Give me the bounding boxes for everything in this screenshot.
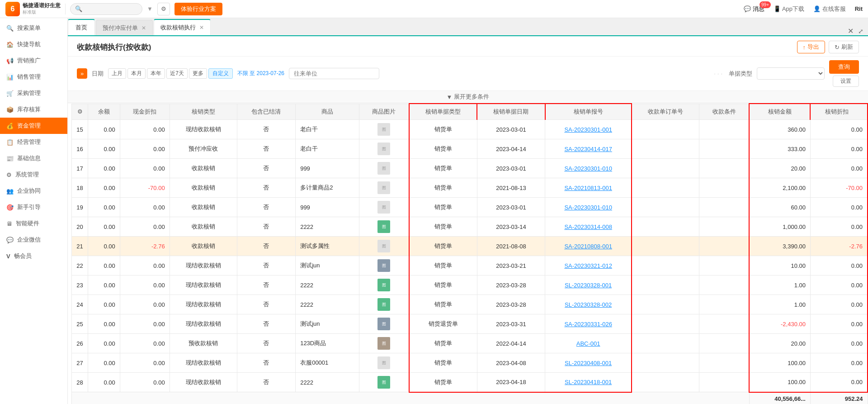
cell-writeoff-bill-type: 销货单 xyxy=(409,353,477,373)
cell-writeoff-bill-no[interactable]: SA-20230314-008 xyxy=(545,217,632,237)
dropdown-arrow-icon[interactable]: ▼ xyxy=(147,5,153,12)
date-last-month[interactable]: 上月 xyxy=(108,68,126,79)
online-service-btn[interactable]: 👤 在线客服 xyxy=(813,5,846,13)
col-writeoff-bill-type: 核销单据类型 xyxy=(409,104,477,120)
cell-writeoff-bill-type: 销货单 xyxy=(409,198,477,217)
col-settings[interactable]: ⚙ xyxy=(72,104,88,120)
cell-cash-discount: 0.00 xyxy=(120,373,170,392)
cell-writeoff-bill-date: 2023-03-14 xyxy=(477,217,545,237)
filter-expand-btn[interactable]: » xyxy=(77,68,87,79)
tab-close-icon[interactable]: ✕ xyxy=(848,27,854,35)
col-product: 商品 xyxy=(296,104,359,120)
expand-more-icon: ▼ xyxy=(447,94,453,100)
cell-writeoff-bill-date: 2023-03-28 xyxy=(477,276,545,295)
cell-product: 老白干 xyxy=(296,139,359,159)
sidebar-item-wechat[interactable]: 💬 企业微信 xyxy=(0,232,67,248)
cell-writeoff-amount: 360.00 xyxy=(749,120,810,139)
cell-writeoff-bill-type: 销货单 xyxy=(409,217,477,237)
sidebar-item-marketing[interactable]: 📢 营销推广 xyxy=(0,52,67,69)
guide-icon: 🎯 xyxy=(6,204,14,211)
cell-writeoff-bill-no[interactable]: SA-20230301-010 xyxy=(545,198,632,217)
cell-writeoff-bill-no[interactable]: SA-20230414-017 xyxy=(545,139,632,159)
cell-writeoff-bill-no[interactable]: SL-20230328-001 xyxy=(545,276,632,295)
cell-writeoff-type: 收款核销 xyxy=(170,159,237,178)
query-button[interactable]: 查询 xyxy=(829,60,859,74)
cell-writeoff-type: 现结收款核销 xyxy=(170,353,237,373)
sidebar-item-enterprise[interactable]: 👥 企业协同 xyxy=(0,183,67,199)
cell-product: 999 xyxy=(296,159,359,178)
cell-writeoff-discount: 0.00 xyxy=(810,256,868,276)
single-type-select[interactable] xyxy=(757,67,825,80)
cell-no: 21 xyxy=(72,237,88,256)
date-this-month[interactable]: 本月 xyxy=(127,68,146,79)
solution-button[interactable]: 体验行业方案 xyxy=(175,3,222,15)
cell-no: 28 xyxy=(72,373,88,392)
sidebar-item-purchase[interactable]: 🛒 采购管理 xyxy=(0,85,67,101)
setting-button[interactable]: 设置 xyxy=(833,76,859,87)
sidebar-item-member[interactable]: V 畅会员 xyxy=(0,248,67,264)
export-button[interactable]: ↑ 导出 xyxy=(797,41,826,53)
table-row: 15 0.00 0.00 现结收款核销 否 老白干 图 销货单 2023-03-… xyxy=(72,120,868,139)
sidebar-item-search[interactable]: 🔍 搜索菜单 xyxy=(0,20,67,36)
cell-writeoff-bill-no[interactable]: SA-20210808-001 xyxy=(545,237,632,256)
cell-writeoff-amount: 60.00 xyxy=(749,198,810,217)
cell-product-image: 图 xyxy=(359,139,409,159)
cell-writeoff-bill-no[interactable]: SA-20230331-026 xyxy=(545,314,632,334)
sidebar-item-operations[interactable]: 📋 经营管理 xyxy=(0,134,67,150)
cell-cash-discount: 0.00 xyxy=(120,159,170,178)
cell-balance: 0.00 xyxy=(88,159,120,178)
cell-writeoff-bill-no[interactable]: SL-20230408-001 xyxy=(545,353,632,373)
date-this-year[interactable]: 本年 xyxy=(147,68,165,79)
sidebar-item-inventory[interactable]: 📦 库存核算 xyxy=(0,101,67,118)
sidebar-item-guide[interactable]: 🎯 新手引导 xyxy=(0,199,67,215)
cell-writeoff-bill-type: 销货单 xyxy=(409,373,477,392)
table-row: 19 0.00 0.00 收款核销 否 999 图 销货单 2023-03-01… xyxy=(72,198,868,217)
cell-writeoff-bill-no[interactable]: ABC-001 xyxy=(545,334,632,353)
cell-receipt-order-no xyxy=(632,178,699,198)
cell-balance: 0.00 xyxy=(88,178,120,198)
sidebar-item-sales[interactable]: 📊 销售管理 xyxy=(0,69,67,85)
cell-no: 25 xyxy=(72,314,88,334)
operations-icon: 📋 xyxy=(6,139,14,146)
cell-writeoff-bill-no[interactable]: SA-20230301-010 xyxy=(545,159,632,178)
cell-writeoff-bill-no[interactable]: SL-20230328-002 xyxy=(545,295,632,314)
expand-more-btn[interactable]: ▼ 展开更多条件 xyxy=(447,93,490,101)
content-area: 首页 预付冲应付单 ✕ 收款核销执行 ✕ ✕ ⤢ 收款核销执行(按收款) ↑ 导… xyxy=(68,18,868,404)
cell-receipt-condition xyxy=(699,139,750,159)
tab-prepay-close-icon[interactable]: ✕ xyxy=(142,25,146,31)
page-header: 收款核销执行(按收款) ↑ 导出 ↻ 刷新 xyxy=(68,36,868,57)
cell-writeoff-type: 现结收款核销 xyxy=(170,314,237,334)
date-custom[interactable]: 自定义 xyxy=(208,68,233,79)
date-more[interactable]: 更多 xyxy=(189,68,207,79)
cell-writeoff-bill-no[interactable]: SA-20230321-012 xyxy=(545,256,632,276)
settings-gear-icon[interactable]: ⚙ xyxy=(157,3,170,15)
message-btn[interactable]: 💬 消息 99+ xyxy=(744,5,764,13)
cell-writeoff-amount: 10.00 xyxy=(749,256,810,276)
partner-input[interactable] xyxy=(289,68,379,79)
cell-writeoff-bill-no[interactable]: SA-20230301-001 xyxy=(545,120,632,139)
tab-writeoff-close-icon[interactable]: ✕ xyxy=(199,24,204,31)
sidebar-item-navigation[interactable]: 🏠 快捷导航 xyxy=(0,36,67,52)
cell-product: 999 xyxy=(296,198,359,217)
tab-home[interactable]: 首页 xyxy=(68,19,95,35)
tab-writeoff[interactable]: 收款核销执行 ✕ xyxy=(154,19,211,35)
finance-icon: 💰 xyxy=(6,123,14,129)
sidebar-item-finance[interactable]: 💰 资金管理 xyxy=(0,118,67,134)
cell-writeoff-bill-no[interactable]: SA-20210813-001 xyxy=(545,178,632,198)
tab-restore-icon[interactable]: ⤢ xyxy=(858,28,863,35)
cell-receipt-condition xyxy=(699,256,750,276)
cell-writeoff-discount: 0.00 xyxy=(810,373,868,392)
cell-writeoff-bill-date: 2022-04-14 xyxy=(477,334,545,353)
sidebar-item-hardware[interactable]: 🖥 智能硬件 xyxy=(0,215,67,232)
search-input[interactable]: 🔍 xyxy=(70,3,142,15)
tab-prepay[interactable]: 预付冲应付单 ✕ xyxy=(96,20,153,35)
sidebar-item-system[interactable]: ⚙ 系统管理 xyxy=(0,166,67,183)
date-range-wrapper: 不限 至 2023-07-26 xyxy=(237,70,284,77)
refresh-button[interactable]: ↻ 刷新 xyxy=(829,41,859,53)
cell-writeoff-bill-no[interactable]: SL-20230418-001 xyxy=(545,373,632,392)
date-last-7days[interactable]: 近7天 xyxy=(166,68,188,79)
app-download-btn[interactable]: 📱 App下载 xyxy=(774,5,804,13)
cell-writeoff-type: 现结收款核销 xyxy=(170,276,237,295)
sidebar-item-basics[interactable]: 📰 基础信息 xyxy=(0,150,67,166)
cell-receipt-order-no xyxy=(632,120,699,139)
